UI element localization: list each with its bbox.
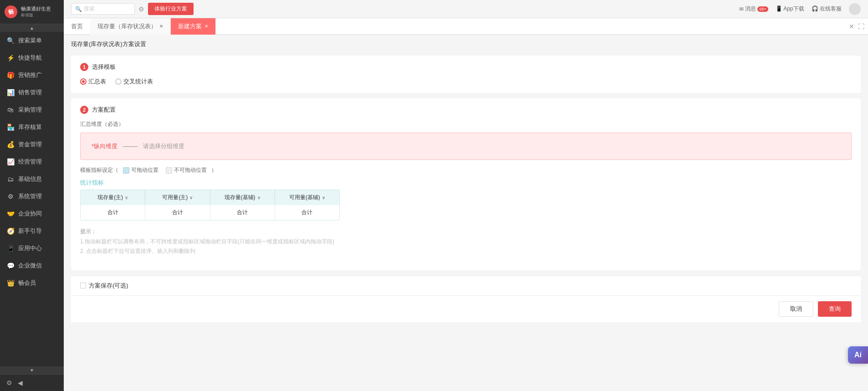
stats-table: 现存量(主) ∨ 可用量(主) ∨ 现存量(基辅) ∨ 可用量(基辅) [80,190,340,221]
sidebar-item-newbie[interactable]: 🧭 新手引导 [0,222,64,240]
tab-close-all-icon[interactable]: ✕ [849,23,854,30]
app-download-button[interactable]: 📱 App下载 [776,5,804,13]
sidebar-item-marketing[interactable]: 🎁 营销推广 [0,67,64,84]
sidebar-item-sales[interactable]: 📊 销售管理 [0,84,64,101]
query-button[interactable]: 查询 [818,301,852,317]
message-icon: ✉ [739,6,744,12]
tip-item-0: 1.拖动标题栏可以调整布局，不可跨维度或指标区域拖动栏目字段(只能在同一维度或指… [80,237,852,247]
sidebar-logo: 畅 畅康通好生意 标准版 [0,0,64,24]
user-avatar[interactable] [849,3,861,15]
stats-table-header: 现存量(主) ∨ 可用量(主) ∨ 现存量(基辅) ∨ 可用量(基辅) [81,190,339,205]
app-name: 畅康通好生意 [21,5,51,12]
apps-icon: 📱 [6,244,15,252]
online-service-button[interactable]: 🎧 在线客服 [812,5,842,13]
sidebar-scroll-down[interactable]: ▼ [0,366,64,374]
tabs-actions: ✕ ⛶ [849,23,868,30]
sidebar-item-member[interactable]: 👑 畅会员 [0,274,64,292]
tab-expand-icon[interactable]: ⛶ [858,23,864,30]
step1-header: 1 选择模板 [80,63,852,71]
sidebar-item-label: 企业协同 [18,210,42,218]
sidebar-item-search[interactable]: 🔍 搜索菜单 [0,32,64,49]
metrics-legend: 可拖动位置 不可拖动位置 [123,166,207,174]
trial-button[interactable]: 体验行业方案 [148,3,194,15]
sidebar-scroll-up[interactable]: ▲ [0,24,64,32]
ai-badge[interactable]: Ai [848,346,868,364]
quick-nav-icon: ⚡ [6,54,15,62]
tab-new-scheme[interactable]: 新建方案 ✕ [171,18,216,35]
stats-col-1[interactable]: 可用量(主) ∨ [145,190,210,205]
stats-col-3-chevron[interactable]: ∨ [322,195,325,200]
sidebar-item-cooperation[interactable]: 🤝 企业协同 [0,205,64,222]
stats-body-1: 合计 [145,205,210,220]
sidebar-item-base-info[interactable]: 🗂 基础信息 [0,170,64,188]
sidebar-item-system[interactable]: ⚙ 系统管理 [0,188,64,205]
legend-fixed-label: 不可拖动位置 [174,166,207,174]
finance-icon: 💰 [6,140,15,149]
stats-col-1-label: 可用量(主) [162,194,188,201]
metrics-header: 模板指标设定（ 可拖动位置 不可拖动位置 ） [80,166,852,174]
radio-summary[interactable]: 汇总表 [80,77,106,86]
stats-col-0-chevron[interactable]: ∨ [125,195,128,200]
tab-home[interactable]: 首页 [64,18,90,35]
sidebar-item-label: 企业微信 [18,262,42,270]
message-badge: 99+ [757,6,768,12]
sidebar-item-finance[interactable]: 💰 资金管理 [0,136,64,153]
base-info-icon: 🗂 [6,175,15,183]
dimension-selector[interactable]: *纵向维度 —— 请选择分组维度 [80,133,852,160]
topbar-gear-icon[interactable]: ⚙ [138,5,144,13]
tab-inventory-status[interactable]: 现存量（库存状况表） ✕ [90,18,171,35]
tab-new-scheme-close-icon[interactable]: ✕ [204,24,208,29]
stats-body-2: 合计 [210,205,275,220]
sidebar-settings-icon[interactable]: ⚙ [6,379,12,386]
sidebar-nav: 🔍 搜索菜单 ⚡ 快捷导航 🎁 营销推广 📊 销售管理 🛍 采购管理 🏪 库存核… [0,32,64,366]
main-area: 🔍 搜索 ⚙ 体验行业方案 ✉ 消息 99+ 📱 App下载 🎧 在线客服 [64,0,868,391]
radio-cross[interactable]: 交叉统计表 [115,77,153,86]
sidebar-item-wechat[interactable]: 💬 企业微信 [0,257,64,274]
stats-body-0: 合计 [81,205,145,220]
sidebar-collapse-icon[interactable]: ◀ [18,379,23,386]
sidebar-item-label: 快捷导航 [18,54,42,62]
metrics-label: 模板指标设定（ [80,166,118,174]
content-area: 现存量(库存状况表)方案设置 1 选择模板 汇总表 交叉统计表 2 [64,35,868,391]
marketing-icon: 🎁 [6,71,15,79]
sidebar-item-inventory[interactable]: 🏪 库存核算 [0,118,64,136]
sales-icon: 📊 [6,88,15,97]
topbar-search-box: 🔍 搜索 [71,3,135,15]
tips-section: 提示： 1.拖动标题栏可以调整布局，不可跨维度或指标区域拖动栏目字段(只能在同一… [80,227,852,257]
sidebar-item-operation[interactable]: 📈 经营管理 [0,153,64,170]
save-checkbox-item[interactable]: 方案保存(可选) [80,282,128,290]
member-icon: 👑 [6,279,15,287]
tab-new-scheme-label: 新建方案 [178,22,202,31]
sidebar-item-quick-nav[interactable]: ⚡ 快捷导航 [0,49,64,67]
footer-section: 方案保存(可选) [71,276,861,295]
stats-col-3[interactable]: 可用量(基辅) ∨ [275,190,339,205]
tab-inventory-close-icon[interactable]: ✕ [159,24,163,29]
stats-col-0-label: 现存量(主) [97,194,123,201]
legend-draggable: 可拖动位置 [123,166,158,174]
sidebar-item-label: 营销推广 [18,71,42,79]
stats-col-2-chevron[interactable]: ∨ [257,195,260,200]
radio-cross-label: 交叉统计表 [123,77,153,86]
operation-icon: 📈 [6,158,15,166]
search-menu-icon: 🔍 [6,36,15,45]
dimension-placeholder: 请选择分组维度 [143,142,184,150]
inventory-icon: 🏪 [6,123,15,131]
sidebar-item-apps[interactable]: 📱 应用中心 [0,240,64,257]
stats-col-0[interactable]: 现存量(主) ∨ [81,190,145,205]
metrics-label-end: ） [211,166,217,174]
step2-title: 方案配置 [92,106,116,114]
stats-section: 统计指标 现存量(主) ∨ 可用量(主) ∨ 现存量(基辅) [80,179,852,221]
sidebar-item-label: 采购管理 [18,106,42,114]
save-checkbox[interactable] [80,283,86,288]
stats-title: 统计指标 [80,179,852,187]
cancel-button[interactable]: 取消 [779,301,813,317]
sidebar-item-purchase[interactable]: 🛍 采购管理 [0,101,64,118]
sidebar-item-label: 系统管理 [18,192,42,201]
save-checkbox-label: 方案保存(可选) [89,282,128,290]
message-button[interactable]: ✉ 消息 99+ [739,5,768,13]
tabs-bar: 首页 现存量（库存状况表） ✕ 新建方案 ✕ ✕ ⛶ [64,18,868,35]
stats-col-1-chevron[interactable]: ∨ [189,195,193,200]
stats-col-2[interactable]: 现存量(基辅) ∨ [210,190,275,205]
radio-summary-label: 汇总表 [88,77,106,86]
service-icon: 🎧 [812,5,818,12]
